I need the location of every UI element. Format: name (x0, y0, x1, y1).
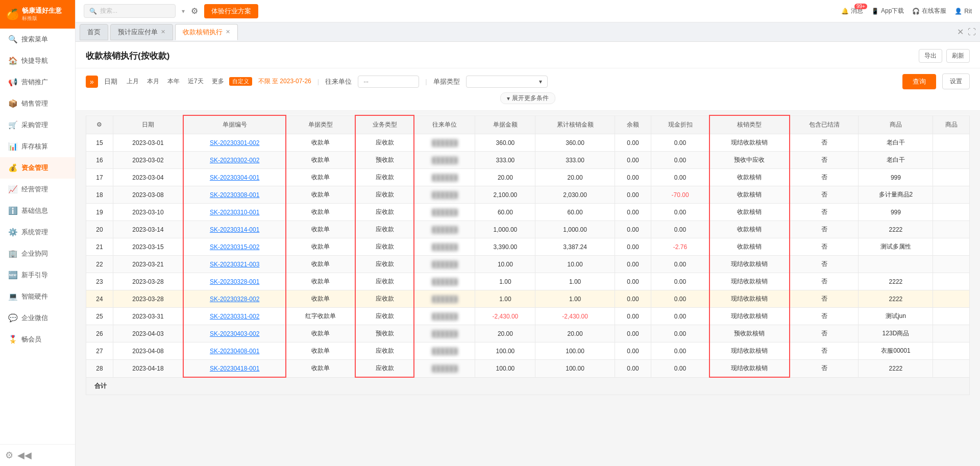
filter-more-dates[interactable]: 更多 (209, 76, 227, 87)
code-link[interactable]: SK-20230418-001 (210, 365, 259, 372)
maximize-icon[interactable]: ⛶ (968, 28, 976, 37)
cell-cash-discount: 0.00 (651, 290, 709, 308)
cell-writeoff-amount: 2,030.00 (535, 186, 615, 204)
cell-date: 2023-03-14 (113, 221, 183, 238)
cell-cash-discount: 0.00 (651, 204, 709, 221)
gear-icon[interactable]: ⚙ (191, 6, 198, 16)
filter-date-range: 不限 至 2023-07-26 (258, 77, 311, 86)
filter-custom-btn[interactable]: 自定义 (229, 77, 252, 86)
filter-expand-btn[interactable]: ▾ 展开更多条件 (500, 92, 555, 104)
code-link[interactable]: SK-20230302-002 (210, 157, 259, 164)
th-cash-discount[interactable]: 现金折扣 (651, 115, 709, 134)
cell-balance: 0.00 (615, 152, 651, 169)
online-support-btn[interactable]: 🎧 在线客服 (912, 7, 946, 15)
th-amount[interactable]: 单据金额 (475, 115, 535, 134)
th-counterparty[interactable]: 往来单位 (414, 115, 475, 134)
tab-writeoff-close[interactable]: ✕ (226, 29, 230, 35)
cell-no: 23 (86, 273, 113, 290)
cell-counterparty: ██████ (414, 238, 475, 256)
app-download-label: App下载 (881, 7, 904, 15)
cell-included: 否 (790, 221, 859, 238)
refresh-btn[interactable]: 刷新 (946, 49, 970, 63)
filter-last-7-days[interactable]: 近7天 (185, 76, 207, 87)
cell-cash-discount: 0.00 (651, 308, 709, 325)
table-header-row: ⚙ 日期 单据编号 单据类型 业务类型 往来单位 单据金额 累计核销金额 余额 … (86, 115, 970, 134)
sidebar-item-system[interactable]: ⚙️ 系统管理 (0, 222, 75, 243)
sidebar-item-quicknav[interactable]: 🏠 快捷导航 (0, 50, 75, 71)
cell-date: 2023-03-02 (113, 152, 183, 169)
cell-goods1: 测试jun (859, 308, 933, 325)
filter-last-month[interactable]: 上月 (124, 76, 142, 87)
filter-counterparty-value: ··· (363, 78, 369, 85)
app-download-btn[interactable]: 📱 App下载 (871, 7, 904, 15)
cell-goods2 (933, 134, 970, 152)
dropdown-icon[interactable]: ▾ (182, 8, 185, 15)
th-settings[interactable]: ⚙ (86, 115, 113, 134)
search-box[interactable]: 🔍 搜索... (84, 4, 176, 18)
th-balance[interactable]: 余额 (615, 115, 651, 134)
sidebar-item-marketing[interactable]: 📢 营销推广 (0, 71, 75, 93)
sidebar-item-operation[interactable]: 📈 经营管理 (0, 179, 75, 200)
code-link[interactable]: SK-20230328-001 (210, 278, 259, 285)
th-code[interactable]: 单据编号 (183, 115, 286, 134)
notification-btn[interactable]: 🔔 消息 99+ (841, 7, 863, 15)
th-date[interactable]: 日期 (113, 115, 183, 134)
sidebar-item-member[interactable]: 🎖️ 畅会员 (0, 329, 75, 350)
tab-receivable-close[interactable]: ✕ (161, 29, 165, 35)
tab-home[interactable]: 首页 (80, 24, 108, 40)
th-included[interactable]: 包含已结清 (790, 115, 859, 134)
th-writeoff-amount[interactable]: 累计核销金额 (535, 115, 615, 134)
sidebar-item-wechat[interactable]: 💬 企业微信 (0, 307, 75, 329)
query-btn[interactable]: 查询 (902, 74, 936, 89)
th-writeoff-type[interactable]: 核销类型 (709, 115, 790, 134)
cell-voucher-type: 收款单 (286, 325, 355, 342)
cell-business-type: 应收款 (355, 290, 414, 308)
filter-counterparty-select[interactable]: ··· (358, 76, 419, 88)
code-link[interactable]: SK-20230315-002 (210, 243, 259, 251)
cell-voucher-type: 收款单 (286, 134, 355, 152)
th-business-type[interactable]: 业务类型 (355, 115, 414, 134)
sidebar-item-sales[interactable]: 📦 销售管理 (0, 93, 75, 114)
sidebar-item-guide[interactable]: 🆕 新手引导 (0, 264, 75, 286)
filter-toggle-btn[interactable]: » (86, 76, 98, 88)
sidebar-item-purchase[interactable]: 🛒 采购管理 (0, 114, 75, 136)
user-avatar[interactable]: 👤 Rit (954, 8, 972, 15)
cell-balance: 0.00 (615, 238, 651, 256)
sidebar-item-basic[interactable]: ℹ️ 基础信息 (0, 200, 75, 222)
cell-writeoff-amount: 20.00 (535, 169, 615, 186)
filter-voucher-select[interactable]: ▾ (466, 76, 548, 88)
industry-btn[interactable]: 体验行业方案 (204, 4, 258, 18)
th-goods2[interactable]: 商品 (933, 115, 970, 134)
sidebar-item-hardware[interactable]: 💻 智能硬件 (0, 286, 75, 307)
code-link[interactable]: SK-20230310-001 (210, 209, 259, 216)
code-link[interactable]: SK-20230328-002 (210, 296, 259, 303)
code-link[interactable]: SK-20230331-002 (210, 313, 259, 320)
filter-divider1: | (317, 78, 319, 85)
code-link[interactable]: SK-20230308-001 (210, 191, 259, 199)
tab-writeoff[interactable]: 收款核销执行 ✕ (175, 24, 238, 40)
code-link[interactable]: SK-20230408-001 (210, 348, 259, 355)
th-goods1[interactable]: 商品 (859, 115, 933, 134)
filter-settings-btn[interactable]: 设置 (942, 73, 970, 89)
code-link[interactable]: SK-20230403-002 (210, 330, 259, 337)
filter-this-year[interactable]: 本年 (164, 76, 183, 87)
export-btn[interactable]: 导出 (919, 49, 942, 63)
cell-counterparty: ██████ (414, 186, 475, 204)
filter-this-month[interactable]: 本月 (144, 76, 162, 87)
th-voucher-type[interactable]: 单据类型 (286, 115, 355, 134)
code-link[interactable]: SK-20230304-001 (210, 174, 259, 181)
code-link[interactable]: SK-20230321-003 (210, 261, 259, 268)
collapse-icon[interactable]: ◀◀ (17, 450, 32, 461)
sidebar-item-inventory[interactable]: 📊 库存核算 (0, 136, 75, 157)
cell-counterparty: ██████ (414, 342, 475, 360)
sidebar-item-label: 搜索菜单 (21, 35, 48, 44)
sidebar-item-search[interactable]: 🔍 搜索菜单 (0, 29, 75, 50)
sidebar-item-finance[interactable]: 💰 资金管理 (0, 157, 75, 179)
settings-icon[interactable]: ⚙ (5, 450, 13, 461)
code-link[interactable]: SK-20230314-001 (210, 226, 259, 233)
cell-writeoff-amount: 333.00 (535, 152, 615, 169)
code-link[interactable]: SK-20230301-002 (210, 139, 259, 146)
tab-receivable[interactable]: 预计应应付单 ✕ (110, 24, 173, 40)
close-all-icon[interactable]: ✕ (957, 27, 964, 37)
sidebar-item-enterprise[interactable]: 🏢 企业协同 (0, 243, 75, 264)
